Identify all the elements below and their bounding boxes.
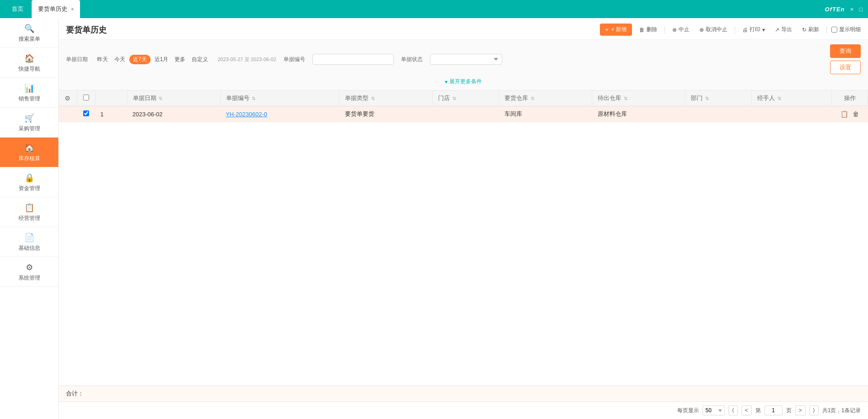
row-type: 要货单要货: [340, 106, 433, 122]
sort-store-icon: ⇅: [453, 96, 456, 101]
date-label: 单据日期: [66, 56, 88, 63]
summary-label: 合计：: [66, 390, 84, 397]
export-button[interactable]: ↗ 导出: [772, 24, 795, 35]
window-close-btn[interactable]: ×: [850, 6, 854, 13]
sidebar-label-nav: 快捷导航: [19, 65, 40, 73]
col-store[interactable]: 门店 ⇅: [433, 90, 499, 106]
print-dropdown-icon: ▾: [762, 27, 765, 33]
date-btn-more[interactable]: 更多: [172, 55, 188, 64]
row-edit-icon[interactable]: 📋: [840, 110, 848, 118]
row-delete-icon[interactable]: 🗑: [853, 110, 859, 118]
cancel-suspend-button[interactable]: ⊗ 取消中止: [697, 24, 730, 35]
brand-label: OfTEn: [825, 6, 845, 13]
expand-more-btn[interactable]: ▾ 展开更多条件: [66, 78, 861, 86]
row-no[interactable]: YH-20230602-0: [220, 106, 339, 122]
sidebar-item-operations[interactable]: 📋 经营管理: [0, 197, 58, 227]
sort-no-icon: ⇅: [252, 96, 255, 101]
sidebar: 🔍 搜索菜单 🏠 快捷导航 📊 销售管理 🛒 采购管理 🏠 库存核算 🔒 资金管…: [0, 18, 59, 419]
refresh-icon: ↻: [802, 27, 807, 33]
query-button[interactable]: 查询: [830, 44, 861, 58]
date-btn-yesterday[interactable]: 昨天: [95, 55, 110, 64]
date-btn-custom[interactable]: 自定义: [189, 55, 210, 64]
setting-button[interactable]: 设置: [830, 61, 861, 74]
col-pending-warehouse[interactable]: 待出仓库 ⇅: [592, 90, 685, 106]
separator-3: [826, 26, 827, 33]
top-bar: 首页 要货单历史 × OfTEn × □: [0, 0, 868, 18]
col-dept[interactable]: 部门 ⇅: [685, 90, 752, 106]
row-handler: [752, 106, 832, 122]
col-settings: ⚙: [59, 90, 77, 106]
row-req-warehouse: 车间库: [499, 106, 592, 122]
page-text: 第: [755, 407, 761, 414]
delete-button[interactable]: 🗑 删除: [637, 24, 660, 35]
new-icon: +: [605, 27, 609, 33]
col-no[interactable]: 单据编号 ⇅: [220, 90, 339, 106]
sort-date-icon: ⇅: [159, 96, 162, 101]
sort-reqwh-icon: ⇅: [531, 96, 534, 101]
display-detail-checkbox[interactable]: [831, 27, 837, 33]
sidebar-label-sales: 销售管理: [19, 95, 40, 103]
sidebar-item-purchase[interactable]: 🛒 采购管理: [0, 108, 58, 138]
cart-icon: 🛒: [24, 113, 34, 123]
table-settings-icon[interactable]: ⚙: [65, 95, 71, 102]
date-btn-7days[interactable]: 近7天: [129, 55, 151, 64]
window-maximize-btn[interactable]: □: [859, 6, 863, 13]
doc-no-input[interactable]: [312, 54, 394, 65]
total-info: 共1页，1条记录: [822, 407, 861, 414]
refresh-button[interactable]: ↻ 刷新: [799, 24, 822, 35]
page-size-select[interactable]: 50 10 20 100: [703, 405, 725, 415]
top-bar-right: OfTEn × □: [825, 6, 863, 13]
last-page-btn[interactable]: ⟩: [809, 405, 819, 415]
sidebar-label-purchase: 采购管理: [19, 125, 40, 133]
cancel-icon: ⊗: [699, 27, 704, 33]
select-all-checkbox[interactable]: [83, 95, 89, 100]
row-check-cell[interactable]: [77, 106, 95, 122]
sidebar-label-system: 系统管理: [19, 274, 40, 282]
col-date[interactable]: 单据日期 ⇅: [127, 90, 220, 106]
sort-dept-icon: ⇅: [705, 96, 709, 101]
display-detail-toggle[interactable]: 显示明细: [831, 26, 861, 33]
col-ops: 操作: [832, 90, 868, 106]
delete-icon: 🗑: [639, 27, 645, 33]
new-button[interactable]: + + 新增: [600, 24, 632, 36]
sidebar-item-finance[interactable]: 🔒 资金管理: [0, 167, 58, 197]
prev-page-btn[interactable]: <: [741, 405, 752, 415]
col-req-warehouse[interactable]: 要货仓库 ⇅: [499, 90, 592, 106]
date-btn-1month[interactable]: 近1月: [152, 55, 171, 64]
sidebar-item-nav[interactable]: 🏠 快捷导航: [0, 48, 58, 78]
sidebar-item-search[interactable]: 🔍 搜索菜单: [0, 18, 58, 48]
main-layout: 🔍 搜索菜单 🏠 快捷导航 📊 销售管理 🛒 采购管理 🏠 库存核算 🔒 资金管…: [0, 18, 868, 419]
print-button[interactable]: 🖨 打印 ▾: [740, 24, 768, 35]
sidebar-item-basic[interactable]: 📄 基础信息: [0, 227, 58, 257]
status-select[interactable]: [430, 54, 502, 65]
tab-home[interactable]: 首页: [5, 0, 30, 18]
sidebar-item-inventory[interactable]: 🏠 库存核算: [0, 138, 58, 167]
col-handler[interactable]: 经手人 ⇅: [752, 90, 832, 106]
sidebar-item-system[interactable]: ⚙ 系统管理: [0, 257, 58, 287]
page-number-input[interactable]: [764, 405, 783, 415]
table-footer: 合计：: [59, 386, 868, 401]
tab-history[interactable]: 要货单历史 ×: [32, 0, 80, 18]
page-unit: 页: [786, 407, 792, 414]
print-icon: 🖨: [742, 27, 748, 33]
row-checkbox[interactable]: [83, 110, 89, 116]
date-range-display: 2023-05-27 至 2023-06-02: [217, 56, 276, 63]
status-label: 单据状态: [401, 56, 423, 63]
sort-handler-icon: ⇅: [778, 96, 781, 101]
export-icon: ↗: [775, 27, 779, 33]
col-type[interactable]: 单据类型 ⇅: [340, 90, 433, 106]
lock-icon: 🔒: [24, 173, 34, 183]
first-page-btn[interactable]: ⟨: [728, 405, 738, 415]
pagination: 每页显示 50 10 20 100 ⟨ < 第 页 > ⟩ 共1页，1条记录: [59, 401, 868, 419]
sort-pendwh-icon: ⇅: [624, 96, 627, 101]
col-seq: [95, 90, 127, 106]
row-settings-cell: [59, 106, 77, 122]
next-page-btn[interactable]: >: [795, 405, 806, 415]
date-btn-today[interactable]: 今天: [112, 55, 127, 64]
tab-close-icon[interactable]: ×: [71, 6, 74, 12]
sidebar-item-sales[interactable]: 📊 销售管理: [0, 78, 58, 108]
expand-icon: ▾: [445, 79, 448, 85]
table-row[interactable]: 1 2023-06-02 YH-20230602-0 要货单要货 车间库 原材料…: [59, 106, 868, 122]
page-title: 要货单历史: [66, 24, 600, 35]
suspend-button[interactable]: ⊗ 中止: [670, 24, 692, 35]
